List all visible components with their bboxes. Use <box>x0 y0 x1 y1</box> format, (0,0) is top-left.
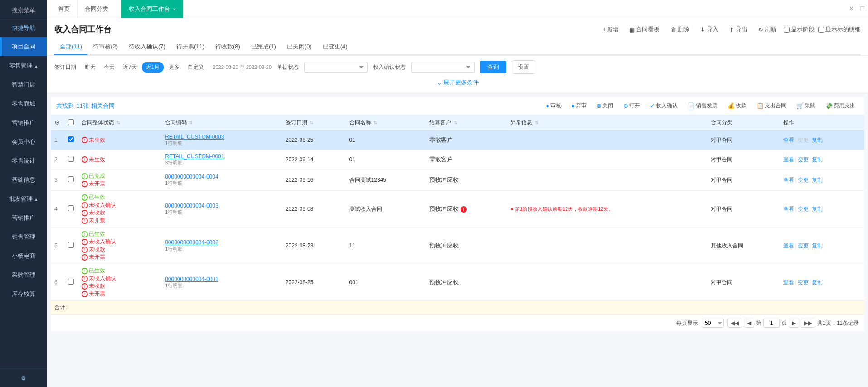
sidebar-search[interactable]: 搜索菜单 <box>0 0 47 19</box>
sidebar-item-inventory[interactable]: 库存核算 <box>0 285 47 304</box>
page-prev-button[interactable]: ◀ <box>744 319 754 328</box>
sort-customer-icon[interactable]: ⇅ <box>454 120 457 125</box>
action-查看[interactable]: 查看 <box>783 137 794 143</box>
sidebar-item-sales-mgmt[interactable]: 销售管理 <box>0 227 47 247</box>
row-checkbox[interactable] <box>68 136 74 142</box>
action-复制[interactable]: 复制 <box>812 242 823 249</box>
tab-contract-category[interactable]: 合同分类 × <box>78 0 121 18</box>
show-stage-label[interactable]: 显示阶段 <box>784 25 815 34</box>
import-button[interactable]: ⬇ 导入 <box>697 24 722 35</box>
date-btn-yesterday[interactable]: 昨天 <box>82 62 99 73</box>
sidebar-settings[interactable]: ⚙ <box>0 369 47 387</box>
sub-tab-pending-review[interactable]: 待审核(2) <box>87 39 123 55</box>
action-变更[interactable]: 变更 <box>798 137 809 143</box>
sort-name-icon[interactable]: ⇅ <box>373 120 377 125</box>
page-last-button[interactable]: ▶▶ <box>801 319 815 328</box>
action-复制[interactable]: 复制 <box>812 137 823 143</box>
action-查看[interactable]: 查看 <box>783 279 794 285</box>
page-size-select[interactable]: 10 20 50 100 <box>702 319 724 328</box>
sidebar-item-basic-info[interactable]: 基础信息 <box>0 170 47 189</box>
refresh-button[interactable]: ↻ 刷新 <box>755 24 780 35</box>
sort-abnormal-icon[interactable]: ⇅ <box>535 120 538 125</box>
sort-date-icon[interactable]: ⇅ <box>310 120 313 125</box>
contract-board-button[interactable]: ▦ 合同看板 <box>626 24 663 35</box>
action-复制[interactable]: 复制 <box>812 156 823 163</box>
close-tab-contract-category[interactable]: × <box>111 6 114 12</box>
action-查看[interactable]: 查看 <box>783 177 794 183</box>
sidebar-item-purchase-mgmt[interactable]: 采购管理 <box>0 266 47 285</box>
tab-home[interactable]: 首页 <box>51 0 78 18</box>
date-btn-more[interactable]: 更多 <box>165 62 183 73</box>
select-all-checkbox[interactable] <box>68 119 74 125</box>
tab-income-contract[interactable]: 收入合同工作台 × <box>121 0 183 18</box>
action-income-confirm[interactable]: ✓ 收入确认 <box>646 101 681 111</box>
expand-filter-button[interactable]: ⌄ 展开更多条件 <box>437 78 479 87</box>
contract-code-link[interactable]: RETAIL_CUSTOM-0001 <box>165 153 224 160</box>
action-expense[interactable]: 💸 费用支出 <box>822 101 859 111</box>
date-btn-7days[interactable]: 近7天 <box>120 62 140 73</box>
action-复制[interactable]: 复制 <box>812 206 823 212</box>
setting-button[interactable]: 设置 <box>512 60 535 74</box>
sub-tab-all[interactable]: 全部(11) <box>54 39 87 55</box>
action-查看[interactable]: 查看 <box>783 242 794 249</box>
action-expense-contract[interactable]: 📋 支出合同 <box>753 101 790 111</box>
sidebar-item-wholesale-mgmt[interactable]: 批发管理 ▲ <box>0 189 47 208</box>
row-checkbox[interactable] <box>68 156 74 162</box>
action-audit[interactable]: ● 审核 <box>542 101 565 111</box>
export-button[interactable]: ⬆ 导出 <box>726 24 751 35</box>
window-close-icon[interactable]: × <box>849 5 853 13</box>
action-变更[interactable]: 变更 <box>798 279 809 285</box>
row-checkbox[interactable] <box>68 205 74 211</box>
action-复制[interactable]: 复制 <box>812 177 823 183</box>
action-sales-invoice[interactable]: 📄 销售发票 <box>684 101 721 111</box>
contract-code-link[interactable]: 0000000000004-0002 <box>165 239 218 246</box>
page-next-button[interactable]: ▶ <box>789 319 799 328</box>
sidebar-item-xiaowei-ecom[interactable]: 小畅电商 <box>0 247 47 266</box>
action-discard-audit[interactable]: ● 弃审 <box>567 101 590 111</box>
sidebar-item-retail-mall[interactable]: 零售商城 <box>0 94 47 113</box>
delete-button[interactable]: 🗑 删除 <box>667 24 693 35</box>
sidebar-item-smart-store[interactable]: 智慧门店 <box>0 75 47 94</box>
window-expand-icon[interactable]: □ <box>861 5 864 12</box>
row-checkbox[interactable] <box>68 242 74 248</box>
action-purchase[interactable]: 🛒 采购 <box>793 101 819 111</box>
action-变更[interactable]: 变更 <box>798 177 809 183</box>
action-查看[interactable]: 查看 <box>783 156 794 163</box>
sub-tab-changed[interactable]: 已变更(4) <box>317 39 353 55</box>
action-变更[interactable]: 变更 <box>798 242 809 249</box>
contract-code-link[interactable]: 0000000000004-0004 <box>165 174 218 180</box>
action-payment[interactable]: 💰 收款 <box>724 101 750 111</box>
action-变更[interactable]: 变更 <box>798 206 809 212</box>
sidebar-item-sales-marketing[interactable]: 营销推广 <box>0 208 47 227</box>
date-btn-custom[interactable]: 自定义 <box>184 62 207 73</box>
show-stage-checkbox[interactable] <box>784 27 790 33</box>
query-button[interactable]: 查询 <box>480 61 506 73</box>
sub-tab-pending-invoice[interactable]: 待开票(11) <box>171 39 210 55</box>
show-flag-detail-checkbox[interactable] <box>818 27 824 33</box>
page-first-button[interactable]: ◀◀ <box>727 319 742 328</box>
sub-tab-completed[interactable]: 已完成(1) <box>246 39 281 55</box>
close-tab-income-contract[interactable]: × <box>173 6 175 12</box>
new-button[interactable]: + 新增 <box>599 24 622 35</box>
action-open[interactable]: ⊕ 打开 <box>620 101 644 111</box>
action-close[interactable]: ⊗ 关闭 <box>593 101 617 111</box>
contract-code-link[interactable]: 0000000000004-0001 <box>165 276 218 282</box>
sidebar-quick-nav[interactable]: 快捷导航 <box>0 19 47 37</box>
action-复制[interactable]: 复制 <box>812 279 823 285</box>
action-查看[interactable]: 查看 <box>783 206 794 212</box>
sidebar-item-project-contract[interactable]: 项目合同 <box>0 37 47 56</box>
sub-tab-pending-income-confirm[interactable]: 待收入确认(7) <box>123 39 171 55</box>
row-checkbox[interactable] <box>68 176 74 182</box>
doc-status-select[interactable] <box>304 62 368 73</box>
sidebar-item-retail-stats[interactable]: 零售统计 <box>0 151 47 170</box>
sort-code-icon[interactable]: ⇅ <box>189 120 193 125</box>
sidebar-item-member-center[interactable]: 会员中心 <box>0 132 47 151</box>
show-flag-detail-label[interactable]: 显示标的明细 <box>818 25 861 34</box>
action-变更[interactable]: 变更 <box>798 156 809 163</box>
date-btn-1month[interactable]: 近1月 <box>142 62 164 73</box>
income-confirm-select[interactable] <box>411 62 475 73</box>
sub-tab-pending-payment[interactable]: 待收款(8) <box>210 39 246 55</box>
date-btn-today[interactable]: 今天 <box>101 62 118 73</box>
sidebar-item-marketing[interactable]: 营销推广 <box>0 113 47 132</box>
settings-icon[interactable]: ⚙ <box>54 119 60 126</box>
